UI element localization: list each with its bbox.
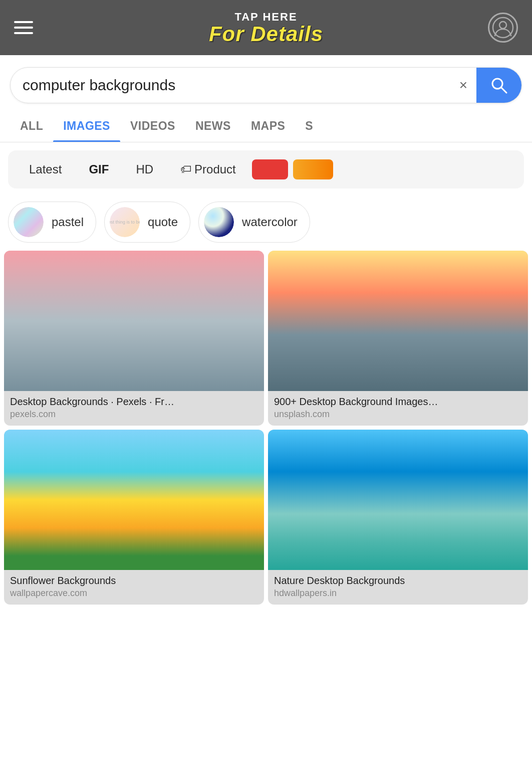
- image-card-3[interactable]: Sunflower Backgrounds wallpapercave.com: [4, 430, 264, 605]
- image-card-1[interactable]: Desktop Backgrounds · Pexels · Fr… pexel…: [4, 251, 264, 426]
- color-filter-orange[interactable]: [293, 159, 333, 179]
- tab-videos[interactable]: VIDEOS: [120, 108, 185, 142]
- tab-all[interactable]: ALL: [10, 108, 53, 142]
- search-input[interactable]: [11, 77, 450, 94]
- image-card-4[interactable]: Nature Desktop Backgrounds hdwallpapers.…: [268, 430, 528, 605]
- search-tabs: ALL IMAGES VIDEOS NEWS MAPS S: [0, 108, 532, 142]
- filter-product[interactable]: 🏷 Product: [169, 157, 247, 181]
- image-source-4: hdwallpapers.in: [274, 588, 522, 599]
- image-info-4: Nature Desktop Backgrounds hdwallpapers.…: [268, 570, 528, 605]
- search-section: ×: [0, 55, 532, 108]
- tab-more[interactable]: S: [295, 108, 323, 142]
- category-quote-label: quote: [148, 215, 178, 229]
- filter-hd[interactable]: HD: [125, 157, 164, 181]
- filter-gif[interactable]: GIF: [78, 157, 120, 181]
- svg-point-0: [493, 18, 513, 38]
- image-thumb-3: [4, 430, 264, 570]
- clear-button[interactable]: ×: [450, 77, 476, 93]
- category-section: pastel the best thing is to be here quot…: [0, 197, 532, 251]
- image-info-2: 900+ Desktop Background Images… unsplash…: [268, 391, 528, 426]
- header-center[interactable]: TAP HERE For Details: [209, 11, 323, 45]
- search-button[interactable]: [476, 67, 521, 103]
- image-thumb-2: [268, 251, 528, 391]
- for-details-label: For Details: [209, 24, 323, 45]
- image-source-3: wallpapercave.com: [10, 588, 258, 599]
- color-filter-red[interactable]: [252, 159, 288, 179]
- image-info-3: Sunflower Backgrounds wallpapercave.com: [4, 570, 264, 605]
- search-bar: ×: [10, 67, 522, 103]
- tab-news[interactable]: NEWS: [185, 108, 241, 142]
- category-pastel-label: pastel: [52, 215, 84, 229]
- hamburger-menu[interactable]: [14, 21, 33, 34]
- image-thumb-1: [4, 251, 264, 391]
- category-quote-thumb: the best thing is to be here: [110, 207, 140, 237]
- image-grid: Desktop Backgrounds · Pexels · Fr… pexel…: [0, 251, 532, 605]
- category-watercolor-label: watercolor: [242, 215, 298, 229]
- image-source-1: pexels.com: [10, 409, 258, 420]
- category-watercolor-thumb: [204, 207, 234, 237]
- filter-latest[interactable]: Latest: [18, 157, 73, 181]
- app-header: TAP HERE For Details: [0, 0, 532, 55]
- product-tag-icon: 🏷: [180, 163, 191, 176]
- image-thumb-4: [268, 430, 528, 570]
- category-watercolor[interactable]: watercolor: [198, 202, 310, 243]
- tab-maps[interactable]: MAPS: [241, 108, 295, 142]
- svg-point-1: [499, 22, 506, 29]
- category-pastel[interactable]: pastel: [8, 202, 96, 243]
- image-info-1: Desktop Backgrounds · Pexels · Fr… pexel…: [4, 391, 264, 426]
- tab-images[interactable]: IMAGES: [53, 108, 120, 142]
- filter-row: Latest GIF HD 🏷 Product: [8, 150, 524, 188]
- image-card-2[interactable]: 900+ Desktop Background Images… unsplash…: [268, 251, 528, 426]
- category-quote[interactable]: the best thing is to be here quote: [104, 202, 190, 243]
- image-title-3: Sunflower Backgrounds: [10, 575, 258, 587]
- account-avatar[interactable]: [488, 13, 518, 43]
- image-source-2: unsplash.com: [274, 409, 522, 420]
- category-pastel-thumb: [14, 207, 44, 237]
- image-title-2: 900+ Desktop Background Images…: [274, 396, 522, 408]
- image-title-4: Nature Desktop Backgrounds: [274, 575, 522, 587]
- svg-line-3: [501, 88, 506, 93]
- image-title-1: Desktop Backgrounds · Pexels · Fr…: [10, 396, 258, 408]
- filter-section: Latest GIF HD 🏷 Product: [0, 142, 532, 197]
